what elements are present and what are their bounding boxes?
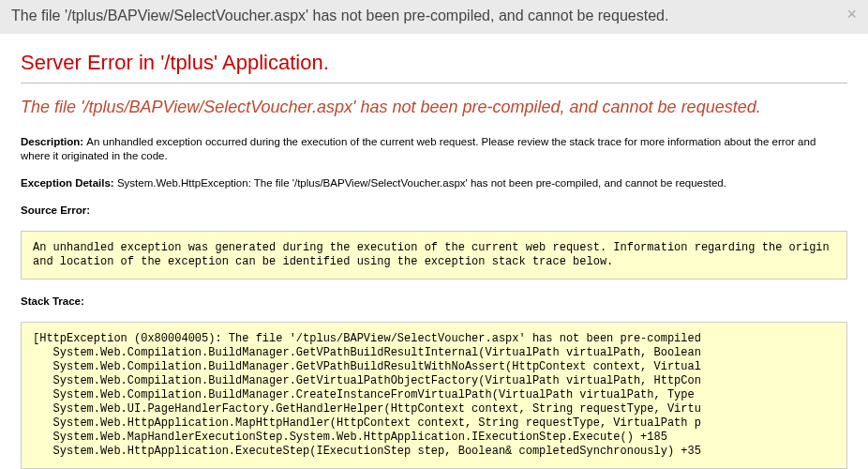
titlebar: The file '/tplus/BAPView/SelectVoucher.a… xyxy=(0,0,868,34)
exception-details-text: System.Web.HttpException: The file '/tpl… xyxy=(117,177,726,189)
exception-label: Exception Details: xyxy=(21,177,117,189)
error-page-content: Server Error in '/tplus' Application. Th… xyxy=(0,34,868,469)
stack-trace-box: [HttpException (0x80004005): The file '/… xyxy=(21,322,847,469)
divider xyxy=(21,83,847,83)
error-message: The file '/tplus/BAPView/SelectVoucher.a… xyxy=(21,97,847,118)
description-text: An unhandled exception occurred during t… xyxy=(21,136,816,161)
description-label: Description: xyxy=(21,136,86,147)
titlebar-text: The file '/tplus/BAPView/SelectVoucher.a… xyxy=(11,8,668,23)
stack-trace-label: Stack Trace: xyxy=(21,295,847,309)
server-error-heading: Server Error in '/tplus' Application. xyxy=(21,51,847,75)
source-error-label: Source Error: xyxy=(21,204,847,218)
exception-paragraph: Exception Details: System.Web.HttpExcept… xyxy=(21,176,847,190)
description-paragraph: Description: An unhandled exception occu… xyxy=(21,135,847,163)
source-error-box: An unhandled exception was generated dur… xyxy=(21,231,847,280)
close-icon[interactable]: × xyxy=(846,6,857,23)
